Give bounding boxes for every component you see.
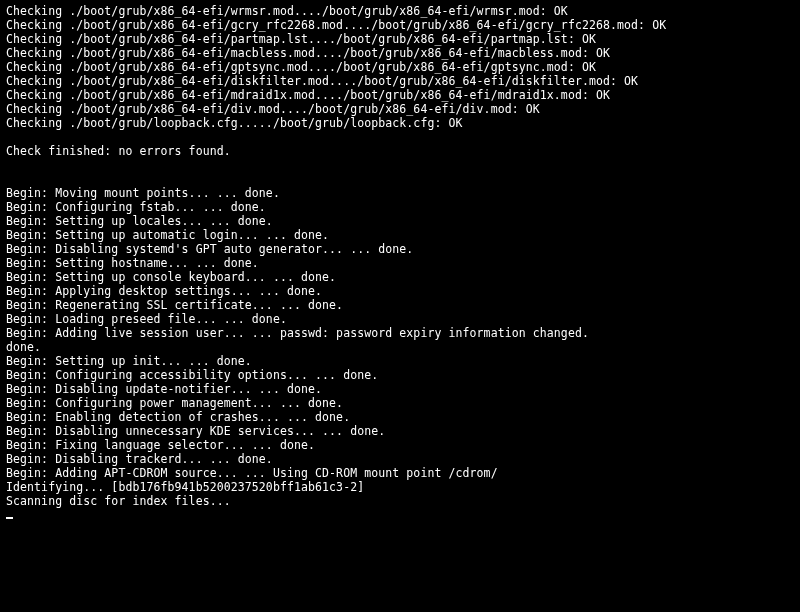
terminal-line: Begin: Configuring accessibility options… bbox=[6, 368, 794, 382]
terminal-line: Begin: Setting hostname... ... done. bbox=[6, 256, 794, 270]
terminal-line: Checking ./boot/grub/x86_64-efi/diskfilt… bbox=[6, 74, 794, 88]
terminal-line: Begin: Disabling systemd's GPT auto gene… bbox=[6, 242, 794, 256]
terminal-line: Begin: Setting up console keyboard... ..… bbox=[6, 270, 794, 284]
terminal-line: Begin: Setting up init... ... done. bbox=[6, 354, 794, 368]
terminal-line bbox=[6, 172, 794, 186]
terminal-line: Begin: Loading preseed file... ... done. bbox=[6, 312, 794, 326]
terminal-line: Begin: Moving mount points... ... done. bbox=[6, 186, 794, 200]
terminal-line: Begin: Disabling update-notifier... ... … bbox=[6, 382, 794, 396]
terminal-line bbox=[6, 158, 794, 172]
terminal-line: Checking ./boot/grub/x86_64-efi/gcry_rfc… bbox=[6, 18, 794, 32]
terminal-line: Begin: Regenerating SSL certificate... .… bbox=[6, 298, 794, 312]
terminal-cursor-line bbox=[6, 508, 794, 522]
terminal-line: Checking ./boot/grub/x86_64-efi/partmap.… bbox=[6, 32, 794, 46]
terminal-line: Begin: Adding APT-CDROM source... ... Us… bbox=[6, 466, 794, 480]
terminal-line: Begin: Setting up locales... ... done. bbox=[6, 214, 794, 228]
terminal-line: Begin: Configuring fstab... ... done. bbox=[6, 200, 794, 214]
terminal-line: Begin: Disabling unnecessary KDE service… bbox=[6, 424, 794, 438]
terminal-line: Checking ./boot/grub/x86_64-efi/macbless… bbox=[6, 46, 794, 60]
terminal-line: done. bbox=[6, 340, 794, 354]
terminal-line: Checking ./boot/grub/x86_64-efi/gptsync.… bbox=[6, 60, 794, 74]
terminal-line: Identifying... [bdb176fb941b5200237520bf… bbox=[6, 480, 794, 494]
terminal-line: Begin: Setting up automatic login... ...… bbox=[6, 228, 794, 242]
terminal-line: Begin: Adding live session user... ... p… bbox=[6, 326, 794, 340]
terminal-line: Begin: Applying desktop settings... ... … bbox=[6, 284, 794, 298]
terminal-line: Begin: Enabling detection of crashes... … bbox=[6, 410, 794, 424]
boot-terminal-output: Checking ./boot/grub/x86_64-efi/wrmsr.mo… bbox=[0, 0, 800, 522]
cursor-icon bbox=[6, 517, 13, 519]
terminal-line: Begin: Disabling trackerd... ... done. bbox=[6, 452, 794, 466]
terminal-line: Checking ./boot/grub/x86_64-efi/mdraid1x… bbox=[6, 88, 794, 102]
terminal-line: Begin: Fixing language selector... ... d… bbox=[6, 438, 794, 452]
terminal-line: Checking ./boot/grub/loopback.cfg...../b… bbox=[6, 116, 794, 130]
terminal-line: Begin: Configuring power management... .… bbox=[6, 396, 794, 410]
terminal-line: Check finished: no errors found. bbox=[6, 144, 794, 158]
terminal-line bbox=[6, 130, 794, 144]
terminal-line: Checking ./boot/grub/x86_64-efi/wrmsr.mo… bbox=[6, 4, 794, 18]
terminal-line: Checking ./boot/grub/x86_64-efi/div.mod.… bbox=[6, 102, 794, 116]
terminal-line: Scanning disc for index files... bbox=[6, 494, 794, 508]
